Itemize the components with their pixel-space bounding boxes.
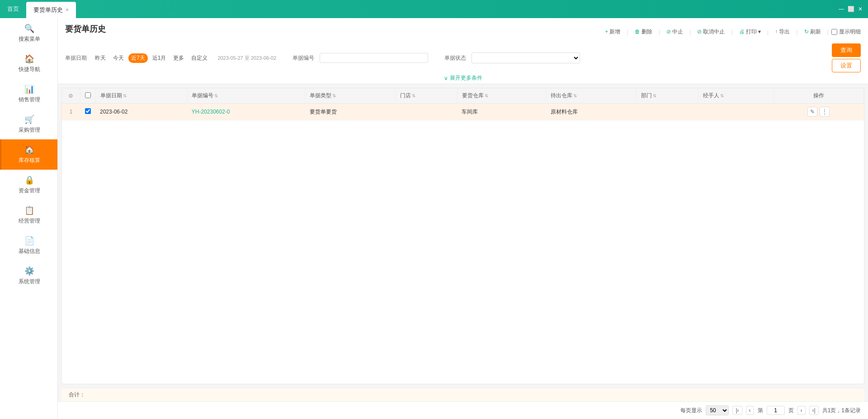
- sidebar-item-search[interactable]: 🔍 搜索菜单: [0, 18, 57, 48]
- page-label: 第: [758, 407, 763, 414]
- row-handler: [698, 104, 774, 120]
- status-filter-label: 单据状态: [444, 54, 466, 62]
- th-out-warehouse: 待出仓库⇅: [546, 88, 636, 104]
- top-bar: + 新增 首页 要货单历史 × — ⬜ ✕: [0, 0, 868, 18]
- status-filter-select[interactable]: [472, 52, 580, 63]
- per-page-select[interactable]: 10 20 50 100: [706, 405, 729, 415]
- next-page-button[interactable]: ›: [797, 406, 806, 415]
- sort-store-icon[interactable]: ⇅: [412, 93, 415, 98]
- add-label: 新增: [609, 28, 620, 36]
- select-all-checkbox[interactable]: [85, 92, 91, 98]
- refresh-button[interactable]: ↻ 刷新: [801, 26, 825, 38]
- unsuspend-button[interactable]: ⊘ 取消中止: [693, 26, 728, 38]
- sort-dept-icon[interactable]: ⇅: [653, 93, 656, 98]
- window-actions: — ⬜ ✕: [833, 6, 868, 12]
- total-label: 合计：: [69, 391, 85, 398]
- page-number-input[interactable]: [767, 406, 785, 415]
- tab-bar: + 新增 首页 要货单历史 ×: [0, 0, 833, 18]
- row-edit-button[interactable]: ✎: [807, 107, 817, 117]
- sort-docno-icon[interactable]: ⇅: [214, 93, 218, 98]
- th-settings: ⚙: [62, 88, 80, 104]
- finance-icon: 🔒: [24, 175, 34, 185]
- sort-warehouse-icon[interactable]: ⇅: [485, 93, 488, 98]
- sort-handler-icon[interactable]: ⇅: [720, 93, 724, 98]
- sidebar-item-purchase-label: 采购管理: [19, 126, 40, 134]
- settings-button[interactable]: 设置: [832, 59, 861, 72]
- row-ops: ✎ ⋮: [774, 104, 863, 120]
- export-button[interactable]: ↑ 导出: [771, 26, 793, 38]
- sidebar-item-system-label: 系统管理: [19, 278, 40, 286]
- date-opt-yesterday[interactable]: 昨天: [92, 53, 108, 63]
- docno-filter-input[interactable]: [320, 53, 428, 63]
- inventory-icon: 🏠: [24, 145, 34, 155]
- row-docno-link[interactable]: YH-20230602-0: [192, 109, 230, 115]
- docno-filter-label: 单据编号: [292, 54, 314, 62]
- sidebar-item-sales[interactable]: 📊 销售管理: [0, 79, 57, 109]
- tab-close-icon[interactable]: ×: [66, 7, 69, 13]
- date-opt-7days[interactable]: 近7天: [128, 53, 148, 63]
- refresh-label: 刷新: [810, 28, 821, 36]
- total-info: 共1页，1条记录: [822, 407, 861, 414]
- purchase-icon: 🛒: [24, 114, 34, 124]
- row-num: 1: [62, 104, 80, 120]
- th-actions: 操作: [774, 88, 863, 104]
- sidebar-item-operations-label: 经营管理: [19, 217, 40, 225]
- row-more-button[interactable]: ⋮: [820, 107, 830, 117]
- th-checkbox: [80, 88, 95, 104]
- th-docno: 单据编号⇅: [187, 88, 305, 104]
- row-date: 2023-06-02: [95, 104, 187, 120]
- sidebar-item-operations[interactable]: 📋 经营管理: [0, 200, 57, 230]
- date-options: 昨天 今天 近7天 近1月 更多 自定义: [92, 53, 210, 63]
- sidebar-item-finance[interactable]: 🔒 资金管理: [0, 170, 57, 200]
- expand-more-btn[interactable]: ∨ 展开更多条件: [65, 74, 861, 82]
- th-doctype: 单据类型⇅: [305, 88, 395, 104]
- window-maximize-icon[interactable]: ⬜: [848, 6, 854, 12]
- last-page-button[interactable]: ›|: [809, 406, 819, 415]
- th-warehouse: 要货仓库⇅: [457, 88, 546, 104]
- sidebar-item-system[interactable]: ⚙️ 系统管理: [0, 261, 57, 291]
- print-icon: 🖨: [739, 29, 745, 35]
- chevron-down-icon: ∨: [444, 75, 448, 81]
- suspend-button[interactable]: ⊘ 中止: [663, 26, 687, 38]
- print-button[interactable]: 🖨 打印 ▾: [736, 26, 764, 38]
- sidebar-item-basic[interactable]: 📄 基础信息: [0, 230, 57, 261]
- unsuspend-icon: ⊘: [697, 29, 702, 35]
- first-page-button[interactable]: |‹: [732, 406, 742, 415]
- sidebar-item-inventory[interactable]: 🏠 库存核算: [0, 139, 57, 170]
- sidebar-item-purchase[interactable]: 🛒 采购管理: [0, 109, 57, 139]
- page-header: 要货单历史 + 新增 | 🗑 删除 | ⊘ 中止: [58, 18, 868, 84]
- table-footer: 合计：: [61, 388, 864, 401]
- add-button[interactable]: + 新增: [601, 26, 624, 38]
- tab-order-history[interactable]: 要货单历史 ×: [26, 2, 76, 18]
- th-store: 门店⇅: [395, 88, 457, 104]
- show-detail-toggle[interactable]: 显示明细: [831, 28, 861, 36]
- sort-out-warehouse-icon[interactable]: ⇅: [573, 93, 577, 98]
- window-minimize-icon[interactable]: —: [839, 6, 844, 12]
- sort-doctype-icon[interactable]: ⇅: [332, 93, 336, 98]
- sidebar-item-sales-label: 销售管理: [19, 96, 40, 104]
- page-title: 要货单历史: [65, 24, 106, 34]
- date-opt-custom[interactable]: 自定义: [189, 53, 210, 63]
- sales-icon: 📊: [24, 84, 34, 94]
- export-icon: ↑: [775, 29, 778, 35]
- delete-icon: 🗑: [635, 29, 640, 35]
- row-warehouse: 车间库: [457, 104, 546, 120]
- sidebar-item-quick-nav[interactable]: 🏠 快捷导航: [0, 48, 57, 79]
- row-docno: YH-20230602-0: [187, 104, 305, 120]
- date-opt-1month[interactable]: 近1月: [150, 53, 169, 63]
- date-opt-today[interactable]: 今天: [110, 53, 127, 63]
- show-detail-checkbox[interactable]: [831, 29, 837, 35]
- settings-icon[interactable]: ⚙: [68, 93, 73, 99]
- window-close-icon[interactable]: ✕: [858, 6, 863, 12]
- tab-home[interactable]: + 新增 首页: [0, 0, 26, 18]
- query-button[interactable]: 查询: [832, 43, 861, 57]
- row-checkbox[interactable]: [85, 108, 91, 114]
- sort-date-icon[interactable]: ⇅: [123, 93, 127, 98]
- delete-button[interactable]: 🗑 删除: [631, 26, 656, 38]
- date-opt-more[interactable]: 更多: [170, 53, 187, 63]
- suspend-label: 中止: [672, 28, 683, 36]
- th-date: 单据日期⇅: [95, 88, 187, 104]
- prev-page-button[interactable]: ‹: [746, 406, 754, 415]
- pagination-bar: 每页显示 10 20 50 100 |‹ ‹ 第 页 › ›| 共1页，1条记录: [58, 401, 868, 419]
- tab-order-history-label: 要货单历史: [33, 6, 63, 14]
